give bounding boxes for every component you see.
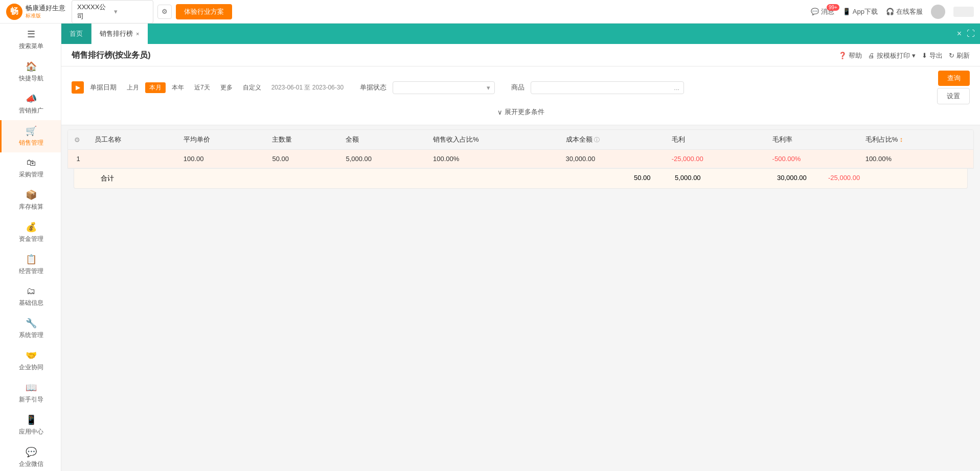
- sidebar-item-purchase[interactable]: 🛍 采购管理: [0, 152, 61, 184]
- inventory-icon: 📦: [26, 189, 37, 200]
- settings-button[interactable]: 设置: [937, 88, 970, 104]
- avatar[interactable]: [931, 5, 945, 19]
- basic-icon: 🗂: [27, 286, 36, 297]
- export-button[interactable]: ⬇ 导出: [922, 51, 943, 60]
- sidebar-item-inventory[interactable]: 📦 库存核算: [0, 184, 61, 216]
- sidebar-item-marketing[interactable]: 📣 营销推广: [0, 88, 61, 120]
- purchase-icon: 🛍: [27, 158, 36, 168]
- page-title-row: 销售排行榜(按业务员) ❓ 帮助 🖨 按模板打印 ▾ ⬇: [72, 50, 970, 66]
- status-filter-label: 单据状态: [360, 83, 386, 92]
- column-settings-icon: ⚙: [74, 136, 80, 144]
- sidebar-item-coop[interactable]: 🤝 企业协同: [0, 345, 61, 377]
- sidebar-item-basic[interactable]: 🗂 基础信息: [0, 281, 61, 312]
- tab-bar: 首页 销售排行榜 × × ⛶: [61, 24, 980, 44]
- th-gross: 毛利: [666, 130, 766, 150]
- app-download-area[interactable]: 📱 App下载: [842, 7, 878, 16]
- table-row: 1 100.00 50.00: [68, 150, 973, 168]
- top-bar-right: 💬 消息 99+ 📱 App下载 🎧 在线客服: [811, 5, 974, 19]
- table-body: 1 100.00 50.00: [68, 150, 973, 168]
- footer-gross-rate: [879, 174, 920, 183]
- cell-avg-price: 100.00: [177, 150, 266, 168]
- gear-icon: ⚙: [162, 8, 168, 15]
- coop-icon: 🤝: [26, 350, 37, 361]
- sidebar: ☰ 搜索菜单 🏠 快捷导航 📣 营销推广 🛒 销售管理 🛍 采购管理 📦 库存核…: [0, 24, 61, 471]
- query-button[interactable]: 查询: [938, 71, 970, 86]
- message-icon: 💬: [811, 8, 819, 15]
- export-icon: ⬇: [922, 52, 927, 59]
- online-service-area[interactable]: 🎧 在线客服: [886, 7, 923, 16]
- home-icon: 🏠: [26, 61, 37, 72]
- expand-conditions-btn[interactable]: ∨ 展开更多条件: [493, 106, 549, 118]
- date-tab-current-month[interactable]: 本月: [145, 82, 166, 93]
- print-button[interactable]: 🖨 按模板打印 ▾: [868, 51, 916, 60]
- date-tab-7days[interactable]: 近7天: [190, 82, 214, 93]
- refresh-button[interactable]: ↻ 刷新: [949, 51, 970, 60]
- query-action-area: 查询 设置: [937, 71, 970, 104]
- th-settings[interactable]: ⚙: [68, 130, 88, 150]
- page-title: 销售排行榜(按业务员): [72, 50, 151, 61]
- main-layout: ☰ 搜索菜单 🏠 快捷导航 📣 营销推广 🛒 销售管理 🛍 采购管理 📦 库存核…: [0, 24, 980, 471]
- th-amount: 全额: [339, 130, 427, 150]
- cell-sales-pct: 100.00%: [427, 150, 560, 168]
- message-badge: 99+: [827, 4, 839, 11]
- date-tab-prev-month[interactable]: 上月: [123, 82, 143, 93]
- fullscreen-icon[interactable]: ⛶: [967, 29, 975, 38]
- footer-empty: [80, 174, 101, 183]
- print-dropdown-icon: ▾: [912, 52, 916, 59]
- gross-pct-sort-icon[interactable]: ↕: [900, 136, 903, 143]
- sidebar-item-guide[interactable]: 📖 新手引导: [0, 377, 61, 409]
- trial-button[interactable]: 体验行业方案: [176, 4, 232, 19]
- sidebar-item-funds[interactable]: 💰 资金管理: [0, 216, 61, 249]
- goods-input[interactable]: ...: [531, 81, 684, 94]
- footer-sales-pct: [726, 174, 777, 183]
- th-cost: 成本全额 ⓘ: [560, 130, 666, 150]
- sidebar-item-sales[interactable]: 🛒 销售管理: [0, 120, 61, 152]
- sidebar-item-appstore[interactable]: 📱 应用中心: [0, 409, 61, 441]
- sales-rank-tab-label: 销售排行榜: [100, 29, 133, 38]
- company-selector[interactable]: XXXXX公司 ▾: [72, 0, 153, 24]
- cell-name: [88, 150, 177, 168]
- sidebar-item-system[interactable]: 🔧 系统管理: [0, 312, 61, 345]
- date-tab-custom[interactable]: 自定义: [239, 82, 265, 93]
- help-button[interactable]: ❓ 帮助: [838, 51, 862, 60]
- footer-label: 合计: [101, 174, 593, 183]
- table-footer: 合计 50.00 5,000.00 30,000.00 -25,000.00: [74, 169, 968, 189]
- top-bar-left: 畅 畅康通好生意 标准版 XXXXX公司 ▾ ⚙ 体验行业方案: [6, 0, 232, 24]
- content-area: 首页 销售排行榜 × × ⛶ 销售排行榜(按业务员) ❓ 帮助: [61, 24, 980, 471]
- table-area: ⚙ 员工名称 平均单价 主数量: [67, 129, 974, 189]
- settings-icon-btn[interactable]: ⚙: [157, 5, 172, 19]
- message-area[interactable]: 💬 消息 99+: [811, 7, 834, 16]
- footer-gross-pct: [920, 174, 961, 183]
- tab-sales-rank[interactable]: 销售排行榜 ×: [92, 24, 148, 44]
- filter-row: ▶ 单据日期 上月 本月 本年 近7天 更多 自定义 2023-06-01 至 …: [72, 71, 970, 104]
- cost-info-icon: ⓘ: [594, 137, 600, 143]
- footer-cost: 30,000.00: [777, 174, 828, 183]
- cell-cost: 30,000.00: [560, 150, 666, 168]
- th-avg-price: 平均单价: [177, 130, 266, 150]
- logo-icon: 畅: [6, 4, 22, 20]
- sidebar-item-shortcut[interactable]: 🏠 快捷导航: [0, 56, 61, 88]
- printer-icon: 🖨: [868, 52, 875, 59]
- th-quantity: 主数量: [266, 130, 339, 150]
- page-actions: ❓ 帮助 🖨 按模板打印 ▾ ⬇ 导出 ↻: [838, 51, 970, 60]
- refresh-icon: ↻: [949, 52, 954, 59]
- goods-filter-label: 商品: [511, 83, 525, 92]
- date-tabs: 上月 本月 本年 近7天 更多 自定义: [123, 82, 265, 93]
- cell-index: 1: [68, 150, 88, 168]
- filter-bar: ▶ 单据日期 上月 本月 本年 近7天 更多 自定义 2023-06-01 至 …: [61, 66, 980, 125]
- sidebar-item-search[interactable]: ☰ 搜索菜单: [0, 24, 61, 56]
- tab-right-actions: × ⛶: [952, 24, 980, 44]
- close-window-icon[interactable]: ×: [957, 29, 962, 38]
- sidebar-item-operations[interactable]: 📋 经营管理: [0, 249, 61, 281]
- date-tab-more[interactable]: 更多: [216, 82, 237, 93]
- tab-home[interactable]: 首页: [61, 24, 92, 44]
- footer-avg-price: [593, 174, 634, 183]
- question-icon: ❓: [838, 52, 847, 59]
- tab-close-icon[interactable]: ×: [136, 31, 139, 37]
- date-tab-current-year[interactable]: 本年: [168, 82, 188, 93]
- sidebar-item-weixin[interactable]: 💬 企业微信: [0, 441, 61, 471]
- filter-arrow-btn[interactable]: ▶: [72, 81, 84, 94]
- page-header: 销售排行榜(按业务员) ❓ 帮助 🖨 按模板打印 ▾ ⬇: [61, 44, 980, 66]
- status-select[interactable]: ▾: [393, 81, 495, 94]
- sales-icon: 🛒: [26, 125, 37, 137]
